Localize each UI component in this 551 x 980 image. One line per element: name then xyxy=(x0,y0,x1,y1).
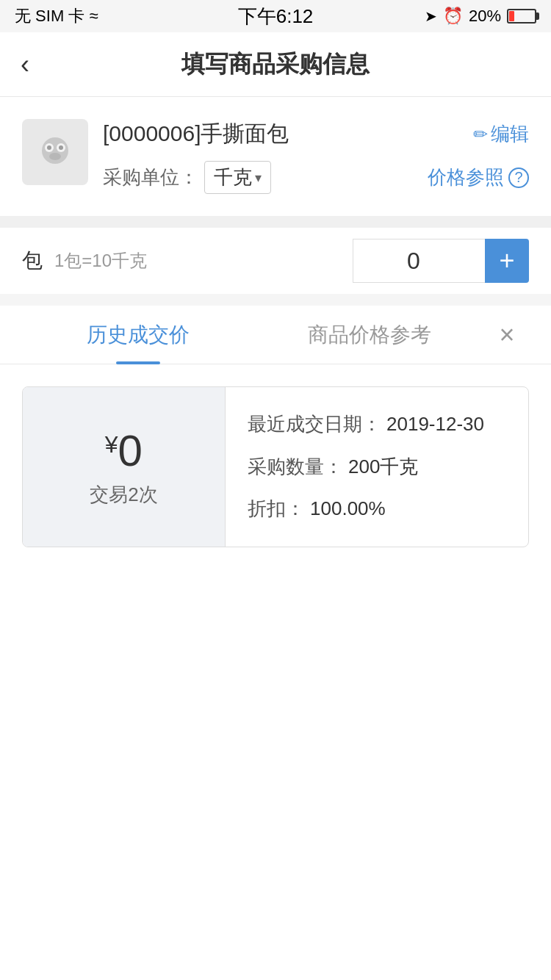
product-header: [0000006]手撕面包 ✏ 编辑 xyxy=(103,119,529,149)
edit-button[interactable]: ✏ 编辑 xyxy=(473,121,529,147)
product-info: [0000006]手撕面包 ✏ 编辑 采购单位： 千克 ▾ 价格参照 ? xyxy=(103,119,529,194)
purchase-qty-value: 200千克 xyxy=(348,455,418,478)
product-card: [0000006]手撕面包 ✏ 编辑 采购单位： 千克 ▾ 价格参照 ? xyxy=(0,97,551,216)
tab-close-button[interactable]: × xyxy=(485,313,529,357)
trades-count: 交易2次 xyxy=(90,482,157,508)
recent-date-row: 最近成交日期： 2019-12-30 xyxy=(248,409,506,440)
bag-unit-label: 包 xyxy=(22,247,43,275)
svg-point-3 xyxy=(47,145,51,150)
price-details-right: 最近成交日期： 2019-12-30 采购数量： 200千克 折扣： 100.0… xyxy=(226,387,528,547)
price-amount: ¥ 0 xyxy=(105,425,143,476)
back-button[interactable]: ‹ xyxy=(21,49,29,80)
product-thumbnail xyxy=(22,119,88,185)
discount-row: 折扣： 100.00% xyxy=(248,494,506,525)
status-time: 下午6:12 xyxy=(238,4,314,29)
tab-active-indicator xyxy=(116,361,160,364)
battery-icon xyxy=(507,9,536,24)
price-reference-button[interactable]: 价格参照 ? xyxy=(428,165,529,190)
section-divider xyxy=(0,216,551,228)
quantity-input-group: + xyxy=(353,239,529,283)
product-name: [0000006]手撕面包 xyxy=(103,119,289,149)
product-thumb-icon xyxy=(33,130,77,174)
dropdown-arrow-icon: ▾ xyxy=(255,170,262,186)
edit-icon: ✏ xyxy=(473,124,488,145)
nav-bar: ‹ 填写商品采购信息 xyxy=(0,32,551,97)
help-icon: ? xyxy=(508,167,529,188)
svg-point-4 xyxy=(59,145,63,150)
tab-reference-label: 商品价格参考 xyxy=(308,321,431,349)
discount-value: 100.00% xyxy=(310,497,386,519)
price-number: 0 xyxy=(118,425,143,476)
main-content-area xyxy=(0,569,551,980)
recent-date-value: 2019-12-30 xyxy=(386,413,484,435)
unit-select[interactable]: 千克 ▾ xyxy=(204,161,271,194)
tab-price-reference[interactable]: 商品价格参考 xyxy=(253,306,485,364)
recent-date-label: 最近成交日期： xyxy=(248,413,381,435)
bag-ratio-label: 1包=10千克 xyxy=(54,249,147,273)
alarm-icon: ⏰ xyxy=(443,7,463,26)
tabs-bar: 历史成交价 商品价格参考 × xyxy=(0,306,551,364)
price-content: ¥ 0 交易2次 最近成交日期： 2019-12-30 采购数量： 200千克 … xyxy=(0,364,551,569)
currency-symbol: ¥ xyxy=(105,431,118,458)
quantity-row: 包 1包=10千克 + xyxy=(0,228,551,294)
purchase-qty-label: 采购数量： xyxy=(248,455,343,478)
status-left: 无 SIM 卡 ≈ xyxy=(15,5,98,27)
quantity-input[interactable] xyxy=(353,239,485,283)
quantity-label-group: 包 1包=10千克 xyxy=(22,247,147,275)
status-right: ➤ ⏰ 20% xyxy=(425,7,536,26)
quantity-plus-button[interactable]: + xyxy=(485,239,529,283)
svg-point-5 xyxy=(49,153,61,160)
discount-label: 折扣： xyxy=(248,497,305,519)
battery-percent: 20% xyxy=(469,7,501,26)
location-icon: ➤ xyxy=(425,7,437,25)
sim-signal-label: 无 SIM 卡 ≈ xyxy=(15,5,98,27)
price-record-card: ¥ 0 交易2次 最近成交日期： 2019-12-30 采购数量： 200千克 … xyxy=(22,386,529,547)
product-unit-row: 采购单位： 千克 ▾ 价格参照 ? xyxy=(103,161,529,194)
tab-history-label: 历史成交价 xyxy=(87,321,190,349)
purchase-qty-row: 采购数量： 200千克 xyxy=(248,452,506,483)
page-title: 填写商品采购信息 xyxy=(181,48,370,81)
price-summary-left: ¥ 0 交易2次 xyxy=(23,387,226,547)
status-bar: 无 SIM 卡 ≈ 下午6:12 ➤ ⏰ 20% xyxy=(0,0,551,32)
tab-history-price[interactable]: 历史成交价 xyxy=(22,306,253,364)
unit-label: 采购单位： 千克 ▾ xyxy=(103,161,271,194)
